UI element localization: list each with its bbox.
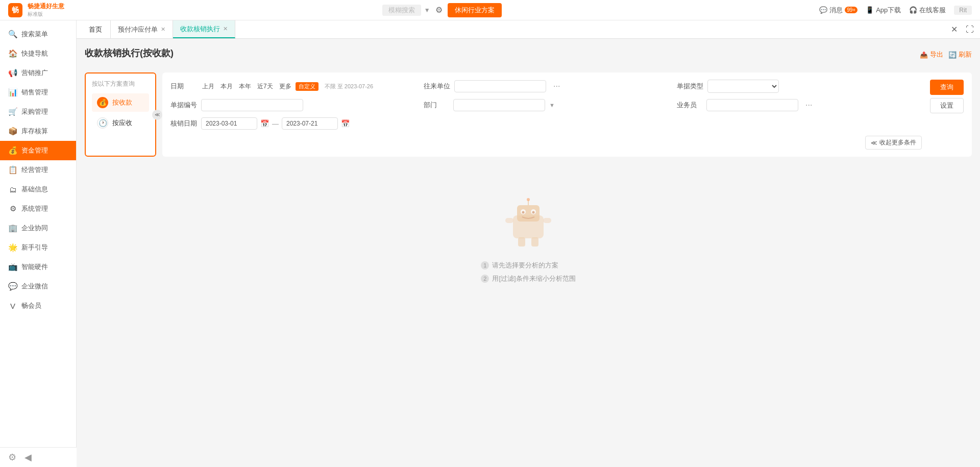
- date-label: 日期: [170, 82, 196, 91]
- tab-prepay[interactable]: 预付冲应付单 ✕: [111, 20, 173, 38]
- date-7days[interactable]: 近7天: [255, 81, 275, 92]
- verify-date-label: 核销日期: [170, 119, 197, 128]
- tab-receipt-close[interactable]: ✕: [223, 26, 228, 32]
- app-logo: 畅: [8, 3, 22, 17]
- staff-input[interactable]: [706, 99, 798, 111]
- sidebar-item-operation[interactable]: 📋经营管理: [0, 160, 76, 180]
- tab-expand-icon[interactable]: ⛶: [964, 23, 976, 36]
- query-button[interactable]: 查询: [930, 80, 964, 95]
- sidebar-label-hardware: 智能硬件: [21, 262, 48, 272]
- topbar-search-area: 模糊搜索 ▼: [382, 5, 430, 16]
- solution-button[interactable]: 休闲行业方案: [448, 3, 502, 17]
- receipt-icon: 💰: [97, 97, 108, 108]
- filter-option-receivable[interactable]: 🕐 按应收: [92, 114, 149, 132]
- collapse-sidebar-icon[interactable]: ◀: [24, 452, 32, 463]
- sidebar-item-guide[interactable]: 🌟新手引导: [0, 238, 76, 257]
- sidebar-label-purchase: 采购管理: [21, 107, 48, 116]
- tab-prepay-close[interactable]: ✕: [161, 26, 165, 33]
- sidebar-label-sales: 销售管理: [21, 88, 48, 97]
- svg-point-4: [522, 211, 525, 214]
- filter-row-1: 日期 上月 本月 本年 近7天 更多 自定义: [170, 80, 922, 93]
- sidebar-label-system: 系统管理: [21, 204, 48, 213]
- user-info[interactable]: Rit: [954, 6, 972, 15]
- date-this-year[interactable]: 本年: [237, 81, 253, 92]
- topbar-center: 模糊搜索 ▼ ⚙ 休闲行业方案: [382, 3, 502, 17]
- staff-dots-icon[interactable]: ···: [802, 101, 815, 110]
- verify-date-start-input[interactable]: [201, 117, 257, 130]
- sidebar-item-system[interactable]: ⚙系统管理: [0, 199, 76, 218]
- tab-home[interactable]: 首页: [81, 20, 111, 38]
- enterprise-icon: 🏢: [8, 224, 17, 233]
- verify-date-end-cal-icon[interactable]: 📅: [341, 119, 350, 128]
- verify-date-end-input[interactable]: [282, 117, 338, 130]
- sidebar-item-wechat[interactable]: 💬企业微信: [0, 277, 76, 296]
- empty-tip-2: 2 用[过滤]条件来缩小分析范围: [481, 272, 575, 285]
- svg-rect-10: [518, 237, 525, 247]
- bill-type-select[interactable]: [707, 80, 779, 93]
- more-conditions-button[interactable]: ≪ 收起更多条件: [865, 136, 922, 150]
- filter-option-receipt[interactable]: 💰 按收款: [92, 93, 149, 112]
- tab-close-window-icon[interactable]: ✕: [949, 22, 960, 36]
- date-custom-tag[interactable]: 自定义: [296, 82, 318, 91]
- sidebar-item-search[interactable]: 🔍搜索菜单: [0, 24, 76, 44]
- receivable-icon: 🕐: [97, 117, 108, 129]
- sidebar-item-inventory[interactable]: 📦库存核算: [0, 121, 76, 141]
- date-last-month[interactable]: 上月: [200, 81, 216, 92]
- sidebar-item-basic[interactable]: 🗂基础信息: [0, 180, 76, 199]
- sidebar-item-marketing[interactable]: 📢营销推广: [0, 63, 76, 83]
- sidebar-item-member[interactable]: V畅会员: [0, 296, 76, 315]
- svg-point-5: [532, 211, 535, 214]
- verify-date-start-cal-icon[interactable]: 📅: [260, 119, 269, 128]
- message-icon: 💬: [819, 6, 827, 14]
- topbar-gear-icon[interactable]: ⚙: [435, 5, 443, 15]
- sidebar-label-fund: 资金管理: [21, 146, 48, 155]
- app-download-button[interactable]: 📱 App下载: [866, 6, 901, 15]
- filter-fields-area: 日期 上月 本月 本年 近7天 更多 自定义: [170, 80, 922, 150]
- svg-rect-9: [543, 218, 551, 223]
- page-top-actions: 📤 导出 🔄 刷新: [920, 50, 972, 59]
- brand-text: 畅捷通好生意 标准版: [28, 2, 64, 18]
- filter-form: 日期 上月 本月 本年 近7天 更多 自定义: [162, 72, 972, 157]
- topbar-right: 💬 消息 99+ 📱 App下载 🎧 在线客服 Rit: [819, 6, 972, 15]
- action-buttons: 查询 设置: [930, 80, 964, 113]
- sidebar-item-fund[interactable]: 💰资金管理: [0, 141, 76, 160]
- sidebar-item-enterprise[interactable]: 🏢企业协同: [0, 218, 76, 238]
- date-range-separator: —: [272, 120, 279, 128]
- counterpart-field: 往来单位 ···: [424, 80, 669, 92]
- counterpart-input[interactable]: [454, 80, 546, 92]
- service-button[interactable]: 🎧 在线客服: [909, 6, 946, 15]
- refresh-button[interactable]: 🔄 刷新: [948, 50, 972, 59]
- wechat-icon: 💬: [8, 282, 17, 291]
- sidebar: 🔍搜索菜单🏠快捷导航📢营销推广📊销售管理🛒采购管理📦库存核算💰资金管理📋经营管理…: [0, 20, 77, 467]
- export-button[interactable]: 📤 导出: [920, 50, 943, 59]
- date-this-month[interactable]: 本月: [218, 81, 235, 92]
- refresh-icon: 🔄: [948, 51, 957, 59]
- page-title: 收款核销执行(按收款): [85, 47, 174, 59]
- tabbar-right: ✕ ⛶: [949, 22, 976, 36]
- svg-rect-11: [531, 237, 538, 247]
- sidebar-item-sales[interactable]: 📊销售管理: [0, 83, 76, 102]
- dept-label: 部门: [424, 101, 449, 110]
- collapse-filter-button[interactable]: ≪: [152, 110, 162, 120]
- settings-button[interactable]: 设置: [930, 98, 964, 113]
- filter-left-panel: 按以下方案查询 💰 按收款 🕐 按应收 ≪: [85, 72, 156, 157]
- settings-bottom-icon[interactable]: ⚙: [8, 452, 16, 463]
- counterpart-dots-icon[interactable]: ···: [550, 82, 563, 91]
- sidebar-item-quick[interactable]: 🏠快捷导航: [0, 44, 76, 63]
- topbar-left: 畅 畅捷通好生意 标准版: [8, 2, 64, 18]
- message-button[interactable]: 💬 消息 99+: [819, 6, 857, 15]
- date-more[interactable]: 更多: [277, 81, 293, 92]
- main-content: 首页 预付冲应付单 ✕ 收款核销执行 ✕ ✕ ⛶ 收款核销执行(按收款): [77, 20, 980, 467]
- quick-icon: 🏠: [8, 49, 17, 58]
- dept-input[interactable]: [453, 99, 545, 111]
- marketing-icon: 📢: [8, 68, 17, 78]
- sidebar-item-hardware[interactable]: 📺智能硬件: [0, 257, 76, 277]
- headset-icon: 🎧: [909, 6, 917, 14]
- dept-arrow-icon[interactable]: ▼: [549, 102, 555, 108]
- sidebar-label-marketing: 营销推广: [21, 68, 48, 78]
- tab-receipt[interactable]: 收款核销执行 ✕: [173, 20, 235, 38]
- sidebar-item-purchase[interactable]: 🛒采购管理: [0, 102, 76, 121]
- bill-number-input[interactable]: [201, 99, 303, 111]
- purchase-icon: 🛒: [8, 107, 17, 116]
- empty-tip-1: 1 请先选择要分析的方案: [481, 259, 575, 272]
